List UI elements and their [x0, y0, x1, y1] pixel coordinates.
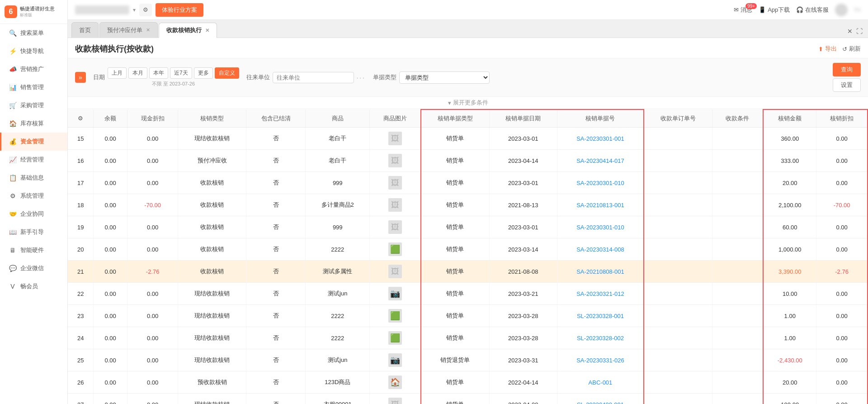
sidebar-item-9[interactable]: ⚙ 系统管理: [0, 187, 67, 205]
tab-1[interactable]: 预付冲应付单✕: [99, 22, 158, 38]
cell-5-9[interactable]: SA-20230314-008: [557, 238, 644, 261]
cell-12-2: 0.00: [127, 394, 178, 404]
sidebar-item-10[interactable]: 🤝 企业协同: [0, 205, 67, 223]
refresh-button[interactable]: ↺ 刷新: [842, 45, 861, 53]
cell-6-2: -2.76: [127, 261, 178, 283]
cell-5-1: 0.00: [94, 238, 127, 261]
date-7-days[interactable]: 近7天: [170, 67, 192, 79]
col-header-10: 收款单订单号: [644, 109, 712, 128]
doc-no-link-10[interactable]: SA-20230331-026: [576, 357, 624, 364]
sidebar-item-1[interactable]: ⚡ 快捷导航: [0, 42, 67, 60]
maximize-icon[interactable]: ⛶: [856, 28, 863, 35]
date-this-year[interactable]: 本年: [149, 67, 168, 79]
user-avatar[interactable]: [835, 4, 848, 16]
page-content: 收款核销执行(按收款) ⬆ 导出 ↺ 刷新 » 日期 上月: [68, 38, 868, 404]
table-wrapper[interactable]: ⚙余额现金折扣核销类型包含已结清商品商品图片核销单据类型核销单据日期核销单据号收…: [68, 109, 868, 404]
cell-9-7: 销货单: [421, 327, 489, 349]
online-service-button[interactable]: 🎧 在线客服: [796, 6, 829, 14]
cell-11-9[interactable]: ABC-001: [557, 371, 644, 394]
table-row: 170.000.00收款核销否999🖼销货单2023-03-01SA-20230…: [68, 172, 868, 194]
tabbar: 首页预付冲应付单✕收款核销执行✕ ✕ ⛶: [68, 20, 868, 38]
date-last-month[interactable]: 上月: [108, 67, 127, 79]
cell-3-9[interactable]: SA-20210813-001: [557, 194, 644, 216]
tab-close-1[interactable]: ✕: [146, 27, 150, 33]
sidebar-item-3[interactable]: 📊 销售管理: [0, 78, 67, 96]
sidebar-item-13[interactable]: 💬 企业微信: [0, 259, 67, 277]
col-header-12: 核销金额: [763, 109, 816, 128]
close-tab-icon[interactable]: ✕: [847, 28, 853, 35]
message-button[interactable]: ✉ 消息 99+: [734, 6, 752, 14]
sidebar-item-11[interactable]: 📖 新手引导: [0, 223, 67, 241]
sidebar-item-0[interactable]: 🔍 搜索菜单: [0, 24, 67, 42]
sidebar-label-5: 库存核算: [20, 119, 44, 128]
table-row: 180.00-70.00收款核销否多计量商品2🖼销货单2021-08-13SA-…: [68, 194, 868, 216]
cell-11-13: 0.00: [816, 371, 868, 394]
col-header-0: ⚙: [68, 109, 94, 128]
doc-no-link-4[interactable]: SA-20230301-010: [576, 224, 624, 231]
export-button[interactable]: ⬆ 导出: [818, 45, 837, 53]
sidebar-item-8[interactable]: 📋 基础信息: [0, 169, 67, 187]
settings-icon[interactable]: ⚙: [139, 4, 152, 16]
cell-2-13: 0.00: [816, 172, 868, 194]
cell-10-1: 0.00: [94, 349, 127, 371]
cell-1-2: 0.00: [127, 150, 178, 172]
tab-2[interactable]: 收款核销执行✕: [159, 23, 217, 38]
tab-close-2[interactable]: ✕: [205, 28, 209, 33]
cell-11-4: 否: [246, 371, 305, 394]
cell-8-9[interactable]: SL-20230328-001: [557, 305, 644, 327]
cell-1-9[interactable]: SA-20230414-017: [557, 150, 644, 172]
sidebar-label-6: 资金管理: [20, 138, 44, 146]
cell-7-1: 0.00: [94, 283, 127, 305]
sidebar-item-2[interactable]: 📣 营销推广: [0, 60, 67, 78]
sidebar-icon-0: 🔍: [9, 29, 17, 37]
doc-no-link-6[interactable]: SA-20210808-001: [576, 268, 624, 275]
date-custom[interactable]: 自定义: [215, 67, 239, 79]
cell-6-9[interactable]: SA-20210808-001: [557, 261, 644, 283]
page-title: 收款核销执行(按收款): [75, 43, 154, 54]
sidebar-item-14[interactable]: V 畅会员: [0, 277, 67, 295]
cell-2-8: 2023-03-01: [489, 172, 557, 194]
doc-no-link-5[interactable]: SA-20230314-008: [576, 246, 624, 253]
cell-9-9[interactable]: SL-20230328-002: [557, 327, 644, 349]
sidebar-item-7[interactable]: 📈 经营管理: [0, 151, 67, 169]
doc-no-link-9[interactable]: SL-20230328-002: [577, 335, 624, 342]
cell-0-9[interactable]: SA-20230301-001: [557, 128, 644, 150]
cell-6-0: 21: [68, 261, 94, 283]
cell-12-9[interactable]: SL-20230408-001: [557, 394, 644, 404]
date-this-month[interactable]: 本月: [128, 67, 147, 79]
doc-no-link-12[interactable]: SL-20230408-001: [577, 401, 624, 404]
doc-no-link-3[interactable]: SA-20210813-001: [576, 202, 624, 209]
sidebar-item-4[interactable]: 🛒 采购管理: [0, 96, 67, 114]
cell-7-9[interactable]: SA-20230321-012: [557, 283, 644, 305]
cell-5-6: 🟩: [370, 238, 421, 261]
tab-label-1: 预付冲应付单: [107, 26, 142, 34]
doctype-select[interactable]: 单据类型: [399, 71, 490, 84]
cell-10-9[interactable]: SA-20230331-026: [557, 349, 644, 371]
partner-input[interactable]: [273, 72, 354, 83]
filter-toggle-button[interactable]: »: [75, 72, 86, 83]
col-header-3: 核销类型: [178, 109, 246, 128]
tab-0[interactable]: 首页: [71, 22, 99, 38]
dropdown-arrow-icon[interactable]: ▾: [133, 7, 136, 13]
cell-10-2: 0.00: [127, 349, 178, 371]
doc-no-link-1[interactable]: SA-20230414-017: [576, 157, 624, 164]
doc-no-link-11[interactable]: ABC-001: [589, 379, 613, 386]
trial-button[interactable]: 体验行业方案: [156, 3, 203, 17]
expand-conditions-button[interactable]: ▾ 展开更多条件: [448, 99, 488, 107]
date-more[interactable]: 更多: [194, 67, 213, 79]
partner-dots: ···: [357, 74, 366, 81]
doc-no-link-0[interactable]: SA-20230301-001: [576, 135, 624, 142]
cell-4-9[interactable]: SA-20230301-010: [557, 216, 644, 238]
tab-label-0: 首页: [79, 26, 91, 34]
app-download-button[interactable]: 📱 App下载: [759, 6, 790, 14]
sidebar-item-6[interactable]: 💰 资金管理: [0, 133, 67, 151]
doc-no-link-8[interactable]: SL-20230328-001: [577, 313, 624, 319]
doc-no-link-7[interactable]: SA-20230321-012: [576, 290, 624, 297]
sidebar-item-5[interactable]: 🏠 库存核算: [0, 114, 67, 133]
cell-2-9[interactable]: SA-20230301-010: [557, 172, 644, 194]
filter-settings-button[interactable]: 设置: [833, 78, 861, 92]
query-button[interactable]: 查询: [833, 63, 861, 76]
cell-2-10: [644, 172, 712, 194]
doc-no-link-2[interactable]: SA-20230301-010: [576, 180, 624, 186]
sidebar-item-12[interactable]: 🖥 智能硬件: [0, 241, 67, 259]
